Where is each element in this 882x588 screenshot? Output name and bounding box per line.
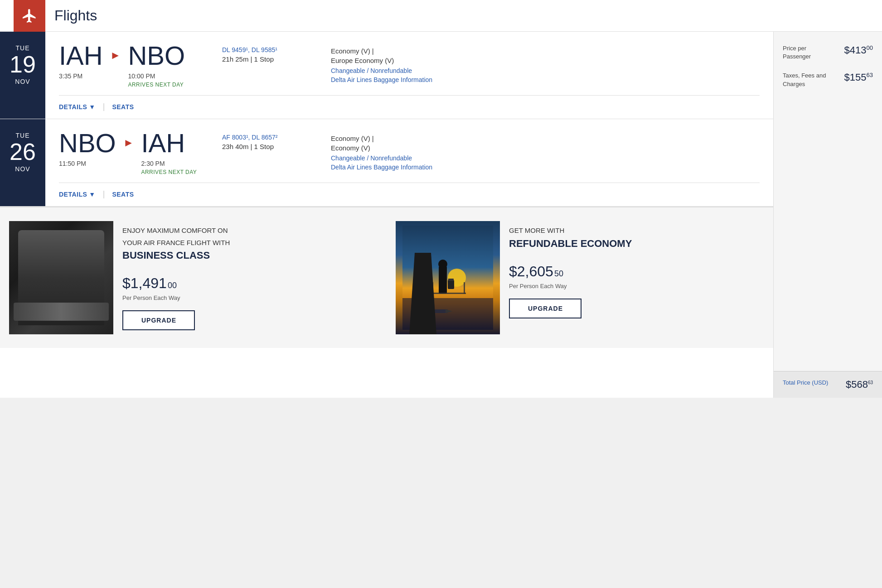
svg-rect-2	[29, 262, 52, 298]
business-promo-subtitle-2: YOUR AIR FRANCE FLIGHT WITH	[122, 238, 230, 248]
flight-2-origin-time: 11:50 PM	[59, 160, 116, 167]
chevron-down-icon: ▼	[89, 103, 95, 111]
total-price-label: Total Price (USD)	[783, 379, 828, 387]
economy-promo-per-person: Per Person Each Way	[509, 283, 632, 289]
arrow-right-icon: ►	[110, 49, 121, 62]
flight-2-dest: IAH 2:30 PM ARRIVES NEXT DAY	[141, 130, 197, 175]
taxes-amount: $15563	[844, 72, 873, 83]
taxes-label: Taxes, Fees and Charges	[783, 72, 828, 88]
flight-row: TUE 19 NOV IAH 3:35 PM ► NBO	[0, 32, 773, 119]
business-promo-price: $1,491	[122, 275, 167, 292]
refundable-economy-image	[396, 221, 500, 334]
price-spacer	[783, 99, 873, 371]
business-class-promo: ENJOY MAXIMUM COMFORT ON YOUR AIR FRANCE…	[0, 221, 373, 334]
price-per-passenger-cents: 00	[867, 44, 873, 51]
plane-icon	[21, 8, 38, 24]
economy-promo-subtitle-1: GET MORE WITH	[509, 226, 632, 236]
flight-2-seats-btn[interactable]: SEATS	[112, 191, 134, 198]
flight-1-dest-time: 10:00 PM	[128, 72, 185, 80]
economy-upgrade-button[interactable]: UPGRADE	[509, 299, 582, 318]
flight-1-details-btn[interactable]: DETAILS ▼	[59, 103, 96, 111]
business-seat-svg	[16, 226, 107, 330]
flight-1-arrow: ►	[110, 43, 121, 62]
flight-2-dest-time: 2:30 PM	[141, 160, 197, 167]
header: Flights	[0, 0, 882, 32]
flight-row: TUE 26 NOV NBO 11:50 PM ► IAH	[0, 119, 773, 207]
svg-point-12	[438, 260, 447, 269]
flight-1-origin-time: 3:35 PM	[59, 72, 103, 80]
flight-2-arrives-next-day: ARRIVES NEXT DAY	[141, 169, 197, 175]
flight-1-date-col: TUE 19 NOV	[0, 32, 45, 119]
chevron-down-icon: ▼	[89, 191, 95, 198]
flight-2-mon: NOV	[15, 165, 30, 173]
flight-1-divider: |	[103, 102, 105, 111]
flight-2-origin-code: NBO	[59, 130, 116, 156]
flight-1-details-bar: DETAILS ▼ | SEATS	[59, 95, 760, 119]
business-promo-title: BUSINESS CLASS	[122, 250, 230, 261]
flight-1-dest: NBO 10:00 PM ARRIVES NEXT DAY	[128, 43, 185, 88]
flight-2-route: NBO 11:50 PM ► IAH 2:30 PM ARRIVES NEXT …	[59, 130, 204, 175]
main-layout: TUE 19 NOV IAH 3:35 PM ► NBO	[0, 32, 882, 398]
business-upgrade-button[interactable]: UPGRADE	[122, 310, 195, 330]
flight-2-details-btn[interactable]: DETAILS ▼	[59, 191, 96, 198]
total-price-row: Total Price (USD) $56863	[774, 371, 882, 398]
flight-1-numbers: DL 9459¹, DL 9585¹	[222, 46, 313, 53]
taxes-row: Taxes, Fees and Charges $15563	[783, 72, 873, 88]
economy-sunset-svg	[402, 226, 493, 330]
flight-1-day: 19	[10, 53, 36, 76]
svg-rect-4	[20, 239, 39, 266]
flight-2-origin: NBO 11:50 PM	[59, 130, 116, 167]
price-per-passenger-amount: $41300	[844, 44, 873, 56]
flight-1-seats-btn[interactable]: SEATS	[112, 103, 134, 111]
flight-2-details-section: AF 8003¹, DL 8657² 23h 40m | 1 Stop	[222, 130, 313, 150]
refundable-economy-content: GET MORE WITH REFUNDABLE ECONOMY $2,6055…	[509, 221, 632, 318]
flight-1-fare-class-2: Europe Economy (V)	[331, 56, 458, 65]
flight-2-details-bar: DETAILS ▼ | SEATS	[59, 183, 760, 206]
svg-rect-13	[448, 280, 454, 289]
price-per-passenger-row: Price per Passenger $41300	[783, 44, 873, 61]
flight-2-dow: TUE	[16, 132, 30, 139]
flight-2-fare-class-2: Economy (V)	[331, 143, 458, 153]
flight-2-numbers: AF 8003¹, DL 8657²	[222, 134, 313, 141]
flight-1-dest-code: NBO	[128, 43, 185, 69]
economy-promo-price-row: $2,60550	[509, 263, 632, 280]
flight-1-route: IAH 3:35 PM ► NBO 10:00 PM ARRIVES NEXT …	[59, 43, 204, 88]
economy-promo-title: REFUNDABLE ECONOMY	[509, 238, 632, 250]
flight-1-details-section: DL 9459¹, DL 9585¹ 21h 25m | 1 Stop	[222, 43, 313, 63]
flight-1-duration: 21h 25m | 1 Stop	[222, 55, 313, 63]
business-promo-cents: 00	[168, 281, 177, 290]
flight-2-baggage-link[interactable]: Delta Air Lines Baggage Information	[331, 164, 458, 171]
svg-rect-17	[464, 282, 465, 294]
flight-1-info-row: IAH 3:35 PM ► NBO 10:00 PM ARRIVES NEXT …	[59, 43, 760, 88]
flight-1-origin: IAH 3:35 PM	[59, 43, 103, 80]
header-icon-box	[14, 0, 45, 32]
svg-rect-5	[23, 241, 36, 260]
flight-2-changeable-link[interactable]: Changeable / Nonrefundable	[331, 154, 458, 162]
flight-1-fare-class-1: Economy (V) |	[331, 46, 458, 56]
svg-rect-11	[439, 266, 447, 294]
arrow-right-icon: ►	[123, 136, 134, 149]
flight-2-divider: |	[103, 189, 105, 199]
business-promo-subtitle-1: ENJOY MAXIMUM COMFORT ON	[122, 226, 230, 236]
svg-rect-16	[432, 282, 433, 294]
flight-1-changeable-link[interactable]: Changeable / Nonrefundable	[331, 67, 458, 74]
flight-2-info-row: NBO 11:50 PM ► IAH 2:30 PM ARRIVES NEXT …	[59, 130, 760, 175]
taxes-cents: 63	[867, 72, 873, 78]
economy-promo-cents: 50	[554, 269, 563, 279]
business-promo-price-row: $1,49100	[122, 275, 230, 292]
flight-1-fare-section: Economy (V) | Europe Economy (V) Changea…	[331, 43, 458, 83]
svg-rect-7	[61, 257, 93, 280]
flight-2-day: 26	[10, 140, 36, 164]
svg-rect-10	[402, 298, 493, 330]
flight-1-baggage-link[interactable]: Delta Air Lines Baggage Information	[331, 76, 458, 83]
flight-1-dow: TUE	[16, 44, 30, 52]
svg-rect-0	[20, 230, 102, 325]
price-per-passenger-label: Price per Passenger	[783, 44, 828, 61]
flight-2-date-col: TUE 26 NOV	[0, 119, 45, 206]
svg-rect-18	[412, 309, 448, 313]
flight-2-fare-class-1: Economy (V) |	[331, 134, 458, 143]
svg-point-6	[26, 231, 33, 238]
flight-2-fare-section: Economy (V) | Economy (V) Changeable / N…	[331, 130, 458, 171]
svg-rect-1	[25, 253, 97, 307]
total-price-amount: $56863	[846, 379, 873, 390]
